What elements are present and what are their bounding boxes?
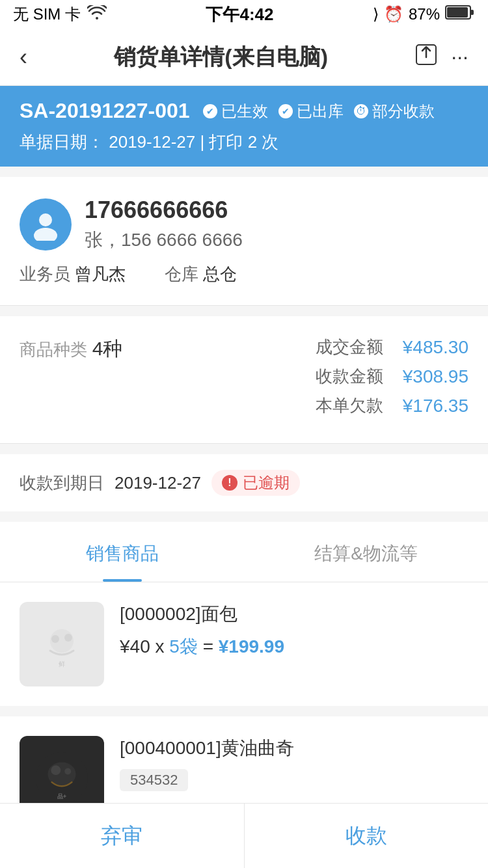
tab-products-label: 销售商品 — [86, 543, 159, 563]
location-icon: ⟩ — [373, 5, 379, 23]
back-button[interactable]: ‹ — [20, 44, 27, 71]
product-price-1: ¥40 x 5袋 = ¥199.99 — [120, 634, 468, 659]
product-image-1: 鲜 — [20, 602, 104, 686]
wifi-icon — [87, 5, 107, 23]
more-button[interactable]: ··· — [451, 45, 468, 69]
due-date-value: 2019-12-27 — [115, 473, 201, 493]
svg-point-8 — [64, 634, 72, 642]
nav-actions: ··· — [414, 43, 468, 72]
product-name-1: [0000002]面包 — [120, 602, 468, 627]
shipped-label: 已出库 — [297, 101, 344, 122]
customer-phone: 17666666666 — [85, 197, 243, 224]
customer-avatar — [20, 198, 72, 251]
svg-point-4 — [39, 213, 52, 226]
customer-name-phone: 张，156 6666 6666 — [85, 228, 243, 252]
date-value: 2019-12-27 — [109, 132, 195, 152]
svg-text:品+: 品+ — [57, 793, 66, 800]
owed-amount-label: 本单欠款 — [316, 394, 383, 417]
received-amount-value: ¥308.95 — [403, 366, 468, 387]
received-amount-row: 收款金额 ¥308.95 — [316, 365, 468, 388]
customer-details: 17666666666 张，156 6666 6666 — [85, 197, 243, 252]
share-button[interactable] — [414, 43, 438, 72]
navigation-bar: ‹ 销货单详情(来自电脑) ··· — [0, 29, 488, 86]
shipped-check-icon: ✔ — [278, 104, 293, 118]
price-qty-1: 5袋 — [169, 636, 198, 657]
alarm-icon: ⏰ — [384, 5, 403, 23]
svg-rect-1 — [470, 10, 474, 15]
transaction-amount-row: 成交金额 ¥485.30 — [316, 336, 468, 359]
confirm-button[interactable]: 收款 — [245, 804, 489, 868]
category-count: 4种 — [92, 338, 123, 359]
order-id: SA-20191227-001 — [20, 99, 190, 123]
status-badges: ✔ 已生效 ✔ 已出库 ⏱ 部分收款 — [203, 101, 435, 122]
page-title: 销货单详情(来自电脑) — [114, 42, 328, 72]
product-item-1: 鲜 [0000002]面包 ¥40 x 5袋 = ¥199.99 — [0, 582, 488, 706]
sales-name-value: 曾凡杰 — [75, 264, 126, 284]
badge-partial: ⏱ 部分收款 — [354, 101, 435, 122]
date-label: 单据日期： — [20, 132, 104, 152]
svg-point-13 — [64, 768, 71, 775]
effective-label: 已生效 — [221, 101, 268, 122]
category-label: 商品种类 — [20, 340, 87, 359]
tab-products[interactable]: 销售商品 — [0, 522, 244, 582]
price-eq-1: = — [203, 636, 219, 657]
status-left: 无 SIM 卡 — [13, 4, 107, 25]
overdue-icon: ! — [222, 475, 237, 491]
owed-amount-row: 本单欠款 ¥176.35 — [316, 394, 468, 417]
effective-check-icon: ✔ — [203, 104, 217, 118]
overdue-badge: ! 已逾期 — [211, 470, 300, 496]
badge-shipped: ✔ 已出库 — [278, 101, 344, 122]
warehouse-info: 仓库 总仓 — [165, 263, 237, 286]
amounts-section: 成交金额 ¥485.30 收款金额 ¥308.95 本单欠款 ¥176.35 — [316, 336, 468, 424]
product-sku-2: 534532 — [120, 769, 188, 791]
owed-amount-value: ¥176.35 — [403, 396, 468, 416]
status-bar: 无 SIM 卡 下午4:42 ⟩ ⏰ 87% — [0, 0, 488, 29]
cancel-button[interactable]: 弃审 — [0, 804, 245, 868]
battery-icon — [445, 5, 475, 24]
tab-settlement-label: 结算&物流等 — [314, 543, 418, 563]
product-name-2: [000400001]黄油曲奇 — [120, 736, 468, 761]
svg-point-12 — [51, 765, 61, 775]
price-total-1: ¥199.99 — [219, 636, 284, 657]
order-date: 单据日期： 2019-12-27 | 打印 2 次 — [20, 131, 468, 154]
tabs: 销售商品 结算&物流等 — [0, 522, 488, 582]
sim-status: 无 SIM 卡 — [13, 4, 81, 25]
transaction-amount-value: ¥485.30 — [403, 337, 468, 358]
order-header: SA-20191227-001 ✔ 已生效 ✔ 已出库 ⏱ 部分收款 — [0, 86, 488, 167]
svg-rect-2 — [447, 7, 468, 18]
due-date-section: 收款到期日 2019-12-27 ! 已逾期 — [0, 454, 488, 511]
price-base-1: ¥40 x — [120, 636, 169, 657]
warehouse-name-value: 总仓 — [203, 264, 237, 284]
warehouse-label: 仓库 — [165, 264, 198, 284]
sales-label: 业务员 — [20, 264, 70, 284]
sales-info: 业务员 曾凡杰 — [20, 263, 126, 286]
tab-settlement[interactable]: 结算&物流等 — [244, 522, 488, 582]
svg-point-7 — [51, 635, 59, 643]
svg-text:鲜: 鲜 — [59, 660, 65, 668]
partial-clock-icon: ⏱ — [354, 104, 368, 118]
badge-effective: ✔ 已生效 — [203, 101, 268, 122]
transaction-amount-label: 成交金额 — [316, 336, 383, 359]
battery: 87% — [409, 5, 440, 23]
partial-label: 部分收款 — [372, 101, 435, 122]
summary-section: 商品种类 4种 成交金额 ¥485.30 收款金额 ¥308.95 本单欠款 ¥… — [0, 316, 488, 443]
customer-meta: 业务员 曾凡杰 仓库 总仓 — [20, 263, 468, 286]
status-right: ⟩ ⏰ 87% — [373, 5, 475, 24]
due-date-label: 收款到期日 — [20, 472, 104, 495]
clock: 下午4:42 — [206, 3, 273, 26]
product-info-1: [0000002]面包 ¥40 x 5袋 = ¥199.99 — [120, 602, 468, 659]
overdue-text: 已逾期 — [243, 472, 290, 493]
tabs-section: 销售商品 结算&物流等 — [0, 522, 488, 582]
customer-section: 17666666666 张，156 6666 6666 业务员 曾凡杰 仓库 总… — [0, 177, 488, 305]
category-info: 商品种类 4种 — [20, 336, 122, 362]
received-amount-label: 收款金额 — [316, 365, 383, 388]
bottom-bar: 弃审 收款 — [0, 803, 488, 868]
print-count: | 打印 2 次 — [200, 132, 278, 152]
svg-point-5 — [34, 228, 57, 241]
